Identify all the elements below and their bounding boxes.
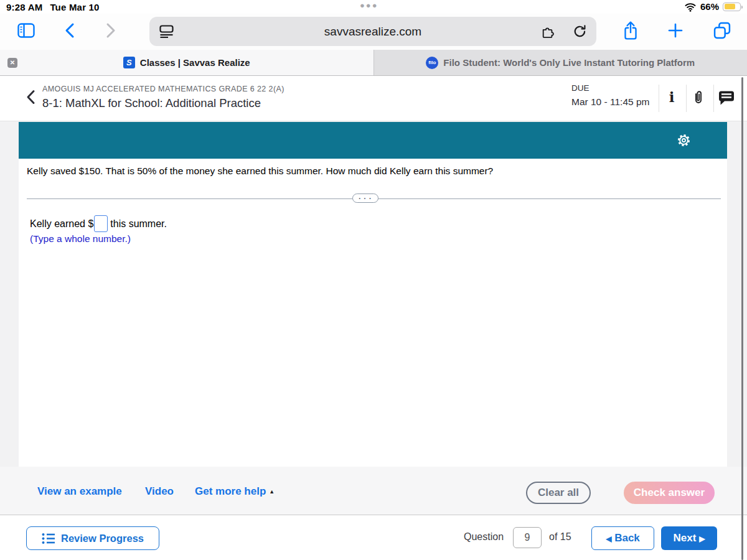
tab-filo-student[interactable]: filo Filo Student: World's Only Live Ins… — [374, 50, 747, 75]
attachment-paperclip-icon[interactable] — [688, 89, 709, 109]
page-footer: Review Progress Question of 15 ◀ Back Ne… — [0, 516, 747, 560]
tab-savvas-realize[interactable]: ✕ S Classes | Savvas Realize — [0, 50, 374, 75]
close-tab-icon[interactable]: ✕ — [7, 58, 17, 68]
assignment-header: AMOGUIS MJ ACCELERATED MATHEMATICS GRADE… — [0, 76, 747, 121]
answer-input[interactable] — [94, 215, 108, 232]
assignment-title: 8-1: MathXL for School: Additional Pract… — [42, 96, 261, 110]
due-date: DUE Mar 10 - 11:45 pm — [571, 83, 650, 108]
new-tab-plus-icon[interactable] — [667, 22, 684, 41]
get-more-help-link[interactable]: Get more help▲ — [195, 485, 275, 498]
comment-icon[interactable] — [716, 90, 737, 108]
caret-up-icon: ▲ — [269, 488, 275, 495]
practice-toolbar: View an example Video Get more help▲ Cle… — [0, 467, 747, 515]
wifi-icon — [684, 2, 697, 12]
page-scrollbar[interactable] — [741, 77, 744, 560]
extensions-puzzle-icon[interactable] — [540, 24, 556, 42]
question-number-input[interactable] — [513, 527, 542, 548]
video-link[interactable]: Video — [145, 485, 174, 498]
answer-hint: (Type a whole number.) — [30, 233, 131, 245]
reader-view-icon[interactable] — [159, 25, 174, 40]
assignment-back-icon[interactable] — [26, 90, 35, 107]
url-text: savvasrealize.com — [324, 25, 421, 39]
divider — [686, 85, 687, 112]
share-icon[interactable] — [622, 21, 639, 43]
battery-icon — [723, 2, 741, 11]
answer-prefix: Kelly earned $ — [30, 218, 93, 230]
question-card: Kelly saved $150. That is 50% of the mon… — [19, 122, 727, 467]
tab-title: Filo Student: World's Only Live Instant … — [443, 57, 695, 68]
address-bar[interactable]: savvasrealize.com — [149, 17, 596, 46]
due-value: Mar 10 - 11:45 pm — [571, 96, 650, 108]
savvas-favicon: S — [123, 57, 135, 68]
battery-percent: 66% — [700, 1, 719, 12]
view-example-link[interactable]: View an example — [37, 485, 122, 498]
question-prompt: Kelly saved $150. That is 50% of the mon… — [27, 166, 712, 177]
of-total-label: of 15 — [549, 531, 571, 543]
tabs-overview-icon[interactable] — [713, 22, 731, 42]
clear-all-button[interactable]: Clear all — [526, 482, 591, 504]
status-bar: 9:28 AMTue Mar 10 ●●● 66% — [0, 0, 747, 14]
divider-ellipsis-icon[interactable]: • • • — [352, 194, 378, 203]
clock: 9:28 AM — [6, 2, 42, 12]
sidebar-toggle-icon[interactable] — [17, 23, 35, 40]
answer-suffix: this summer. — [110, 218, 167, 230]
review-progress-label: Review Progress — [61, 533, 144, 544]
question-banner — [19, 122, 727, 159]
answer-row: Kelly earned $ this summer. — [30, 215, 167, 232]
due-label: DUE — [571, 83, 650, 93]
reload-icon[interactable] — [572, 24, 588, 42]
list-icon — [42, 533, 55, 544]
forward-icon[interactable] — [105, 22, 117, 41]
course-name: AMOGUIS MJ ACCELERATED MATHEMATICS GRADE… — [42, 85, 284, 93]
back-triangle-icon: ◀ — [606, 534, 611, 543]
next-triangle-icon: ▶ — [699, 534, 705, 543]
date: Tue Mar 10 — [50, 2, 99, 12]
filo-favicon: filo — [426, 57, 438, 69]
divider — [713, 85, 714, 112]
divider — [659, 85, 659, 112]
gear-icon[interactable] — [675, 132, 692, 149]
content-region: Kelly saved $150. That is 50% of the mon… — [0, 121, 747, 467]
review-progress-button[interactable]: Review Progress — [26, 526, 159, 550]
browser-toolbar: savvasrealize.com — [0, 14, 747, 50]
next-button[interactable]: Next ▶ — [661, 526, 717, 550]
tab-title: Classes | Savvas Realize — [140, 57, 250, 68]
back-button[interactable]: ◀ Back — [591, 526, 654, 550]
check-answer-button[interactable]: Check answer — [624, 482, 715, 504]
multitask-dots-icon: ●●● — [360, 1, 378, 10]
back-icon[interactable] — [63, 22, 76, 41]
question-label: Question — [464, 531, 504, 543]
tab-bar: ✕ S Classes | Savvas Realize filo Filo S… — [0, 50, 747, 76]
info-icon[interactable]: i — [661, 88, 682, 105]
